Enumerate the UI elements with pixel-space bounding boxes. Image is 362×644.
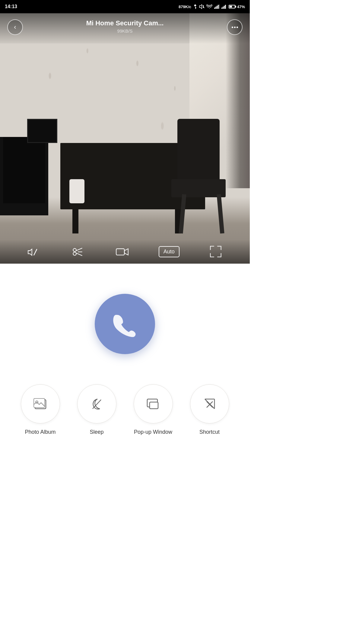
wifi-icon [206,5,212,9]
sleep-icon [89,396,105,412]
action-item-sleep[interactable]: Sleep [77,384,116,435]
action-item-photo-album[interactable]: Photo Album [21,384,60,435]
svg-rect-3 [217,6,218,9]
svg-rect-7 [223,7,224,9]
status-bar: 14:13 879K/c [0,0,250,13]
svg-point-11 [73,249,76,252]
status-indicators: 879K/c [179,4,245,9]
popup-icon [145,396,161,412]
camera-speed: 99KB/S [26,28,224,33]
call-button-wrapper [95,294,155,354]
svg-rect-2 [215,7,216,9]
svg-rect-8 [224,6,225,9]
svg-rect-9 [225,5,226,9]
battery-percentage: 47% [237,5,245,9]
auto-button[interactable]: Auto [159,246,179,257]
dot-1 [232,27,233,28]
sleep-circle [77,384,116,424]
action-item-popup[interactable]: Pop-up Window [134,384,173,435]
call-button[interactable] [95,294,155,354]
camera-header: ‹ Mi Home Security Cam... 99KB/S [0,13,250,43]
shortcut-label: Shortcut [199,429,220,435]
camera-bottom-controls: Auto [0,240,250,264]
more-button[interactable] [227,19,243,35]
camera-view: ‹ Mi Home Security Cam... 99KB/S [0,13,250,264]
svg-line-23 [205,399,214,409]
record-button[interactable] [114,244,130,259]
photo-album-circle [21,384,60,424]
camera-title: Mi Home Security Cam... [26,19,224,27]
signal-icon-1 [214,5,220,9]
svg-rect-5 [219,5,220,9]
popup-label: Pop-up Window [134,429,172,435]
fullscreen-button[interactable] [208,244,224,259]
bottom-actions: Photo Album Sleep Pop-up W [6,378,244,453]
speed-indicator: 879K/c [179,5,191,9]
sleep-label: Sleep [90,429,103,435]
scissors-button[interactable] [70,244,86,259]
svg-rect-22 [150,402,158,409]
svg-line-10 [34,249,37,255]
action-item-shortcut[interactable]: Shortcut [190,384,229,435]
svg-line-14 [76,253,82,255]
chair [171,119,232,233]
time-display: 14:13 [5,4,17,9]
back-arrow-icon: ‹ [14,24,16,30]
svg-line-13 [76,248,82,251]
svg-point-12 [73,252,76,255]
dot-2 [234,27,236,28]
svg-rect-1 [214,8,215,9]
svg-rect-6 [221,8,222,9]
signal-icon-2 [221,5,227,9]
popup-circle [134,384,173,424]
camera-title-block: Mi Home Security Cam... 99KB/S [23,19,227,33]
svg-rect-4 [218,5,219,9]
mute-button[interactable] [26,244,42,259]
svg-rect-16 [116,249,125,255]
room-scene [0,13,250,264]
bluetooth-icon [193,4,197,9]
mute-icon [199,4,205,9]
back-button[interactable]: ‹ [7,19,23,35]
phone-icon [111,310,138,338]
battery-icon [229,5,235,8]
dot-3 [237,27,238,28]
main-content: Photo Album Sleep Pop-up W [0,264,250,465]
shortcut-icon [202,396,218,412]
photo-album-label: Photo Album [25,429,56,435]
shortcut-circle [190,384,229,424]
photo-album-icon [33,396,48,412]
